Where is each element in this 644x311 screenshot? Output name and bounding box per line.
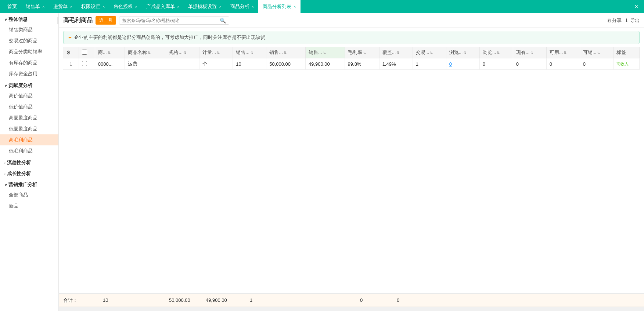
close-sales-tab[interactable]: × <box>42 4 44 9</box>
close-product-analysis-list-tab[interactable]: × <box>294 4 296 9</box>
sidebar-item-traded-goods[interactable]: 交易过的商品 <box>0 35 58 46</box>
nav-product-analysis[interactable]: 商品分析 × <box>226 0 258 13</box>
nav-product-analysis-list[interactable]: 商品分析列表 × <box>258 0 300 13</box>
sidebar-item-stock-capital[interactable]: 库存资金占用 <box>0 68 58 79</box>
nav-purchase[interactable]: 进货单 × <box>49 0 76 13</box>
col-browse2[interactable]: 浏览... ⇅ <box>479 47 513 58</box>
sort-icon-b1: ⇅ <box>463 51 466 55</box>
sort-icon-gm: ⇅ <box>363 51 366 55</box>
search-input[interactable] <box>122 18 220 23</box>
export-button[interactable]: ⬇ 导出 <box>625 17 640 24</box>
close-permissions-tab[interactable]: × <box>102 4 105 9</box>
nav-roles[interactable]: 角色授权 × <box>109 0 141 13</box>
sidebar-item-category-rate[interactable]: 商品分类助销率 <box>0 46 58 57</box>
data-table: ⚙ 商... ⇅ 商品名称 <box>63 47 640 70</box>
sidebar-section-flow[interactable]: › 流趋性分析 <box>0 156 58 167</box>
nav-permissions[interactable]: 权限设置 × <box>77 0 109 13</box>
export-icon: ⬇ <box>625 18 629 23</box>
sort-icon-b2: ⇅ <box>497 51 500 55</box>
sort-icon-spec: ⇅ <box>183 51 186 55</box>
sort-icon-name: ⇅ <box>148 51 151 55</box>
sidebar-item-high-margin[interactable]: 高毛利商品 <box>0 134 58 145</box>
filter-month-button[interactable]: 近一月 <box>96 16 116 25</box>
sidebar-item-all-goods[interactable]: 全部商品 <box>0 189 58 200</box>
gear-icon[interactable]: ⚙ <box>66 50 71 55</box>
col-settings[interactable]: ⚙ <box>63 47 79 58</box>
row-check[interactable] <box>79 58 95 70</box>
sidebar-item-in-stock-goods[interactable]: 有库存的商品 <box>0 57 58 68</box>
footer-available1: 0 <box>357 297 394 303</box>
table-container[interactable]: ⚙ 商... ⇅ 商品名称 <box>59 47 644 293</box>
col-available1[interactable]: 现有... ⇅ <box>513 47 546 58</box>
sidebar: « ∨ 整体信息 销售类商品 交易过的商品 商品分类助销率 有库存的商品 库存资… <box>0 13 59 311</box>
select-all-checkbox[interactable] <box>82 50 87 55</box>
close-product-analysis-tab[interactable]: × <box>252 4 254 9</box>
footer-cells: 10 50,000.00 49,900.00 1 0 0 <box>100 297 640 303</box>
col-trade[interactable]: 交易... ⇅ <box>413 47 446 58</box>
close-template-tab[interactable]: × <box>219 4 221 9</box>
sidebar-item-sales-goods[interactable]: 销售类商品 <box>0 24 58 35</box>
horizontal-scrollbar[interactable] <box>59 307 644 311</box>
col-tag[interactable]: 标签 <box>613 47 639 58</box>
nav-home[interactable]: 首页 <box>3 0 21 13</box>
row-available2: 0 <box>546 58 580 70</box>
info-banner: ✦ 企业的主要的利润都是这部分商品创造的，可考虑加大推广，同时关注库存是不要出现… <box>63 31 640 44</box>
footer-label: 合计： <box>63 297 93 304</box>
page-title: 高毛利商品 <box>63 17 93 24</box>
close-roles-tab[interactable]: × <box>135 4 137 9</box>
col-available2[interactable]: 可用... ⇅ <box>546 47 580 58</box>
nav-sales[interactable]: 销售单 × <box>21 0 49 13</box>
col-browse1[interactable]: 浏览... ⇅ <box>446 47 479 58</box>
sidebar-item-high-coverage[interactable]: 高夏盈度商品 <box>0 112 58 123</box>
sort-icon-profit: ⇅ <box>323 51 326 55</box>
col-coverage[interactable]: 覆盖... ⇅ <box>379 47 413 58</box>
row-index: 1 <box>63 58 79 70</box>
sort-icon-qty: ⇅ <box>250 51 253 55</box>
row-trade: 1 <box>413 58 446 70</box>
sidebar-section-marketing[interactable]: ∨ 营销推广分析 <box>0 178 58 189</box>
row-sales-qty: 10 <box>233 58 266 70</box>
row-spec <box>166 58 199 70</box>
sidebar-section-growth[interactable]: › 成长性分析 <box>0 167 58 178</box>
sort-icon-a1: ⇅ <box>530 51 533 55</box>
close-all-button[interactable]: × <box>632 3 641 10</box>
row-browse1[interactable]: 0 <box>446 58 479 70</box>
row-gross-margin: 99.8% <box>345 58 379 70</box>
row-checkbox[interactable] <box>82 61 87 66</box>
sidebar-item-new-goods[interactable]: 新品 <box>0 200 58 211</box>
row-sales-profit: 49,900.00 <box>305 58 345 70</box>
nav-template[interactable]: 单据模板设置 × <box>184 0 226 13</box>
sidebar-collapse-button[interactable]: « <box>57 17 59 24</box>
row-code: 0000... <box>95 58 125 70</box>
sidebar-section-contribution[interactable]: ∨ 贡献度分析 <box>0 79 58 90</box>
sidebar-item-low-value[interactable]: 低价值商品 <box>0 101 58 112</box>
sort-icon: ⇅ <box>108 51 111 55</box>
share-button[interactable]: ⎗ 分享 <box>608 17 622 24</box>
col-sales-amount[interactable]: 销售... ⇅ <box>266 47 306 58</box>
share-icon: ⎗ <box>608 18 611 23</box>
col-gross-margin[interactable]: 毛利率 ⇅ <box>345 47 379 58</box>
footer-sales-profit: 49,900.00 <box>203 297 247 303</box>
sidebar-section-overall[interactable]: ∨ 整体信息 <box>0 13 58 24</box>
col-sales-qty[interactable]: 销售... ⇅ <box>233 47 266 58</box>
info-icon: ✦ <box>68 35 72 40</box>
col-sales-profit[interactable]: 销售... ⇅ <box>305 47 345 58</box>
col-code[interactable]: 商... ⇅ <box>95 47 125 58</box>
close-purchase-tab[interactable]: × <box>70 4 72 9</box>
footer-sales-qty: 10 <box>100 297 166 303</box>
row-available1: 0 <box>513 58 546 70</box>
nav-product-inbound[interactable]: 产成品入库单 × <box>142 0 184 13</box>
sidebar-item-low-coverage[interactable]: 低夏盈度商品 <box>0 123 58 134</box>
sidebar-item-high-value[interactable]: 高价值商品 <box>0 90 58 101</box>
search-icon[interactable]: 🔍 <box>220 18 226 23</box>
sidebar-item-low-margin[interactable]: 低毛利商品 <box>0 145 58 156</box>
col-sellable[interactable]: 可销... ⇅ <box>580 47 613 58</box>
col-unit[interactable]: 计量... ⇅ <box>199 47 233 58</box>
table-row: 1 0000... 运费 个 10 50,000.00 49,900.00 99… <box>63 58 640 70</box>
sort-icon-sell: ⇅ <box>597 51 600 55</box>
sort-icon-amount: ⇅ <box>284 51 287 55</box>
close-product-inbound-tab[interactable]: × <box>177 4 179 9</box>
col-spec[interactable]: 规格... ⇅ <box>166 47 199 58</box>
header-actions: ⎗ 分享 ⬇ 导出 <box>608 17 640 24</box>
col-name[interactable]: 商品名称 ⇅ <box>125 47 166 58</box>
